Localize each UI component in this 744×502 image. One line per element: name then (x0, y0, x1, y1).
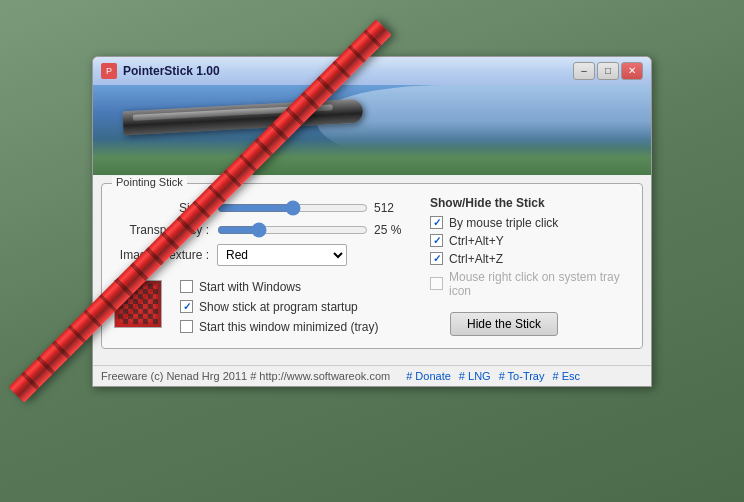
status-text: Freeware (c) Nenad Hrg 2011 # http://www… (101, 370, 390, 382)
by-triple-click-row: By mouse triple click (430, 216, 630, 230)
right-panel: Show/Hide the Stick By mouse triple clic… (430, 192, 630, 336)
show-startup-checkbox[interactable] (180, 300, 193, 313)
main-content: Pointing Stick Size : 512 Transparency : (93, 175, 651, 365)
start-minimized-row: Start this window minimized (tray) (180, 320, 378, 334)
esc-link[interactable]: # Esc (553, 370, 581, 382)
options-checkboxes: Start with Windows Show stick at program… (172, 280, 378, 334)
show-startup-row: Show stick at program startup (180, 300, 378, 314)
status-bar: Freeware (c) Nenad Hrg 2011 # http://www… (93, 365, 651, 386)
transparency-slider-container: 25 % (217, 222, 414, 238)
show-hide-title: Show/Hide the Stick (430, 196, 630, 210)
image-dropdown-container: Red Blue Green Black White (217, 244, 347, 266)
by-triple-click-checkbox[interactable] (430, 216, 443, 229)
lng-link[interactable]: # LNG (459, 370, 491, 382)
transparency-slider[interactable] (217, 222, 368, 238)
window-title: PointerStick 1.00 (123, 64, 220, 78)
maximize-button[interactable]: □ (597, 62, 619, 80)
tray-link[interactable]: # To-Tray (499, 370, 545, 382)
ctrl-alt-y-label: Ctrl+Alt+Y (449, 234, 504, 248)
hide-stick-button[interactable]: Hide the Stick (450, 312, 558, 336)
transparency-value: 25 % (374, 223, 414, 237)
start-windows-row: Start with Windows (180, 280, 378, 294)
window-controls: – □ ✕ (573, 62, 643, 80)
ctrl-alt-y-row: Ctrl+Alt+Y (430, 234, 630, 248)
group-label: Pointing Stick (112, 176, 187, 188)
close-button[interactable]: ✕ (621, 62, 643, 80)
right-click-row: Mouse right click on system tray icon (430, 270, 630, 298)
title-bar: P PointerStick 1.00 – □ ✕ (93, 57, 651, 85)
size-slider[interactable] (217, 200, 368, 216)
image-texture-select[interactable]: Red Blue Green Black White (217, 244, 347, 266)
pointing-stick-group: Pointing Stick Size : 512 Transparency : (101, 183, 643, 349)
start-windows-checkbox[interactable] (180, 280, 193, 293)
size-row: Size : 512 (114, 200, 414, 216)
ctrl-alt-y-checkbox[interactable] (430, 234, 443, 247)
ctrl-alt-z-row: Ctrl+Alt+Z (430, 252, 630, 266)
by-triple-click-label: By mouse triple click (449, 216, 558, 230)
title-bar-left: P PointerStick 1.00 (101, 63, 220, 79)
banner-clouds (316, 85, 651, 175)
size-slider-container: 512 (217, 200, 414, 216)
app-icon: P (101, 63, 117, 79)
ctrl-alt-z-checkbox[interactable] (430, 252, 443, 265)
right-click-label: Mouse right click on system tray icon (449, 270, 630, 298)
donate-link[interactable]: # Donate (406, 370, 451, 382)
minimize-button[interactable]: – (573, 62, 595, 80)
start-minimized-label: Start this window minimized (tray) (199, 320, 378, 334)
ctrl-alt-z-label: Ctrl+Alt+Z (449, 252, 503, 266)
show-startup-label: Show stick at program startup (199, 300, 358, 314)
size-value: 512 (374, 201, 414, 215)
start-windows-label: Start with Windows (199, 280, 301, 294)
right-click-checkbox (430, 277, 443, 290)
banner-image (93, 85, 651, 175)
start-minimized-checkbox[interactable] (180, 320, 193, 333)
